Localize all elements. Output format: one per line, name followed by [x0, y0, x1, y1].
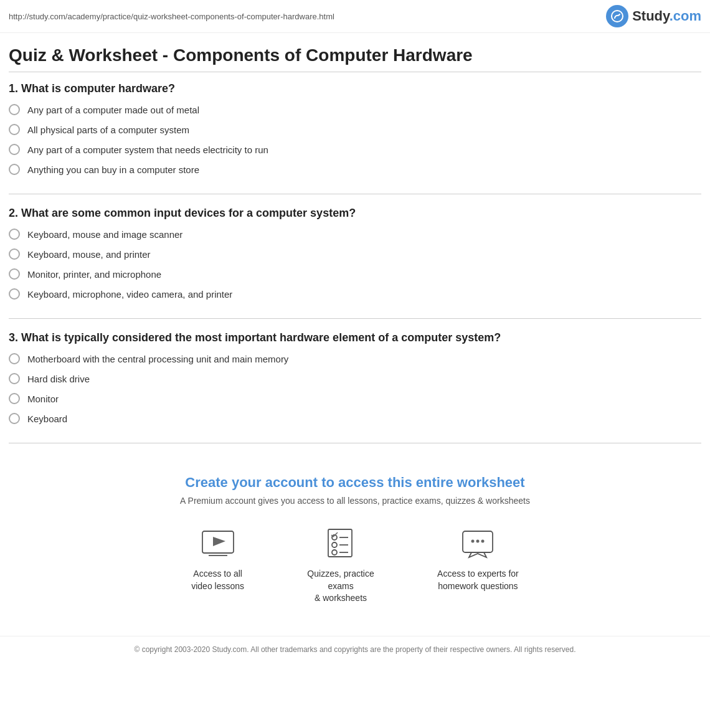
question-3: 3. What is typically considered the most…	[9, 331, 701, 424]
question-3-option-2[interactable]: Hard disk drive	[9, 373, 701, 384]
question-2: 2. What are some common input devices fo…	[9, 207, 701, 300]
url-text: http://study.com/academy/practice/quiz-w…	[9, 12, 334, 21]
question-3-option-1[interactable]: Motherboard with the central processing …	[9, 353, 701, 364]
radio-q2-opt2[interactable]	[9, 248, 20, 260]
main-content: Quiz & Worksheet - Components of Compute…	[0, 33, 710, 636]
svg-point-6	[332, 542, 337, 547]
radio-q3-opt2[interactable]	[9, 373, 20, 384]
feature-experts: Access to experts forhomework questions	[437, 524, 519, 605]
question-1-text: 1. What is computer hardware?	[9, 82, 701, 95]
feature-video-label: Access to allvideo lessons	[191, 568, 244, 592]
label-q2-opt1: Keyboard, mouse and image scanner	[27, 229, 182, 240]
label-q3-opt1: Motherboard with the central processing …	[27, 354, 288, 364]
question-3-option-4[interactable]: Keyboard	[9, 413, 701, 424]
question-divider-1	[9, 194, 701, 194]
label-q3-opt2: Hard disk drive	[27, 374, 90, 384]
page-title: Quiz & Worksheet - Components of Compute…	[9, 45, 701, 72]
radio-q2-opt1[interactable]	[9, 229, 20, 240]
label-q2-opt2: Keyboard, mouse, and printer	[27, 249, 151, 260]
label-q1-opt3: Any part of a computer system that needs…	[27, 144, 268, 155]
question-1: 1. What is computer hardware?Any part of…	[9, 82, 701, 175]
radio-q3-opt3[interactable]	[9, 393, 20, 404]
svg-point-14	[481, 539, 485, 542]
footer: © copyright 2003-2020 Study.com. All oth…	[0, 636, 710, 663]
radio-q1-opt2[interactable]	[9, 124, 20, 135]
radio-q1-opt4[interactable]	[9, 164, 20, 175]
radio-q3-opt4[interactable]	[9, 413, 20, 424]
questions-container: 1. What is computer hardware?Any part of…	[9, 82, 701, 424]
experts-icon	[459, 524, 496, 562]
question-2-option-1[interactable]: Keyboard, mouse and image scanner	[9, 229, 701, 240]
question-2-option-4[interactable]: Keyboard, microphone, video camera, and …	[9, 288, 701, 300]
svg-marker-2	[213, 537, 225, 546]
feature-video: Access to allvideo lessons	[191, 524, 244, 605]
label-q3-opt4: Keyboard	[27, 414, 67, 424]
question-3-option-3[interactable]: Monitor	[9, 393, 701, 404]
video-icon	[199, 524, 237, 562]
logo: Study.com	[606, 5, 701, 27]
cta-title: Create your account to access this entir…	[21, 475, 689, 491]
label-q2-opt3: Monitor, printer, and microphone	[27, 269, 161, 280]
question-1-option-4[interactable]: Anything you can buy in a computer store	[9, 164, 701, 175]
question-2-option-2[interactable]: Keyboard, mouse, and printer	[9, 248, 701, 260]
label-q1-opt4: Anything you can buy in a computer store	[27, 164, 199, 175]
feature-quizzes: Quizzes, practice exams& worksheets	[294, 524, 387, 605]
question-1-option-1[interactable]: Any part of a computer made out of metal	[9, 104, 701, 115]
radio-q1-opt3[interactable]	[9, 144, 20, 155]
radio-q2-opt4[interactable]	[9, 288, 20, 300]
svg-point-7	[332, 550, 337, 555]
url-bar: http://study.com/academy/practice/quiz-w…	[0, 0, 710, 33]
question-divider-2	[9, 318, 701, 319]
feature-experts-label: Access to experts forhomework questions	[437, 568, 519, 592]
cta-section: Create your account to access this entir…	[9, 456, 701, 636]
question-2-text: 2. What are some common input devices fo…	[9, 207, 701, 220]
label-q3-opt3: Monitor	[27, 394, 59, 404]
question-1-option-2[interactable]: All physical parts of a computer system	[9, 124, 701, 135]
features-row: Access to allvideo lessons	[21, 524, 689, 605]
svg-point-13	[476, 539, 480, 542]
feature-quizzes-label: Quizzes, practice exams& worksheets	[294, 568, 387, 605]
quizzes-icon	[322, 524, 359, 562]
logo-text: Study.com	[632, 8, 701, 24]
logo-icon	[606, 5, 628, 27]
label-q1-opt2: All physical parts of a computer system	[27, 125, 189, 135]
footer-text: © copyright 2003-2020 Study.com. All oth…	[135, 645, 576, 654]
radio-q3-opt1[interactable]	[9, 353, 20, 364]
section-divider	[9, 443, 701, 443]
label-q1-opt1: Any part of a computer made out of metal	[27, 105, 199, 115]
radio-q1-opt1[interactable]	[9, 104, 20, 115]
question-2-option-3[interactable]: Monitor, printer, and microphone	[9, 268, 701, 280]
question-3-text: 3. What is typically considered the most…	[9, 331, 701, 344]
cta-subtitle: A Premium account gives you access to al…	[21, 496, 689, 506]
question-1-option-3[interactable]: Any part of a computer system that needs…	[9, 144, 701, 155]
svg-point-12	[471, 539, 475, 542]
radio-q2-opt3[interactable]	[9, 268, 20, 280]
label-q2-opt4: Keyboard, microphone, video camera, and …	[27, 289, 232, 300]
